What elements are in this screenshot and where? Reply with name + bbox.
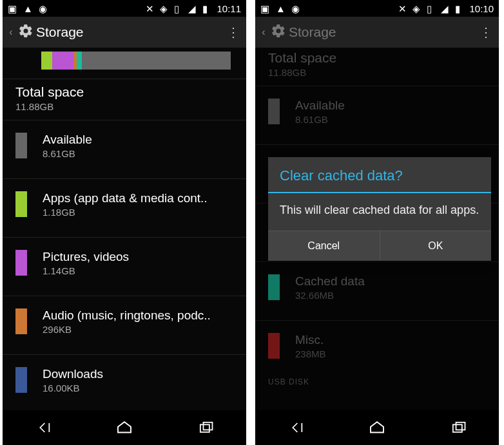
battery-icon: ▮ [455, 3, 465, 14]
status-bar: ▣ ▲ ◉ ✕ ◈ ▯ ◢ ▮ 10:11 [3, 0, 246, 17]
storage-row-apps[interactable]: Apps (app data & media cont..1.18GB [3, 179, 246, 229]
action-bar: ‹ Storage ⋮ [255, 17, 499, 48]
total-space-header: Total space 11.88GB [3, 84, 246, 112]
settings-icon [18, 23, 34, 41]
svg-rect-0 [200, 424, 209, 432]
nav-bar [255, 410, 499, 445]
row-title: Pictures, videos [43, 250, 129, 264]
action-bar: ‹ Storage ⋮ [3, 17, 246, 48]
nav-back-button[interactable] [3, 410, 84, 445]
color-swatch [15, 250, 27, 276]
wifi-icon: ◈ [412, 3, 423, 14]
vibrate-icon: ✕ [398, 3, 409, 14]
nav-home-button[interactable] [84, 410, 165, 445]
moto-icon: ◉ [291, 3, 302, 14]
storage-bar-segment [52, 52, 73, 70]
color-swatch [15, 308, 27, 334]
battery-icon: ▮ [202, 3, 213, 14]
clock: 10:11 [217, 3, 241, 14]
storage-row-available[interactable]: Available8.61GB [3, 120, 246, 171]
row-subtitle: 16.00KB [43, 383, 103, 393]
sim-icon: ▯ [174, 3, 184, 14]
ok-button[interactable]: OK [380, 231, 492, 261]
sim-icon: ▯ [427, 3, 437, 14]
clear-cache-dialog: Clear cached data? This will clear cache… [268, 157, 491, 261]
row-title: Apps (app data & media cont.. [43, 191, 208, 205]
color-swatch [15, 133, 27, 158]
nav-home-button[interactable] [336, 410, 418, 445]
row-title: Available [43, 133, 92, 147]
nav-recent-button[interactable] [165, 410, 246, 445]
storage-row-downloads[interactable]: Downloads16.00KB [3, 355, 246, 405]
warning-icon: ▲ [23, 3, 34, 14]
back-button[interactable]: ‹ [259, 17, 268, 48]
settings-icon [271, 23, 286, 41]
storage-bar-segment [82, 52, 231, 70]
row-title: Downloads [43, 367, 103, 381]
color-swatch [15, 367, 27, 393]
nav-bar [3, 410, 246, 445]
moto-icon: ◉ [39, 3, 49, 14]
vibrate-icon: ✕ [146, 3, 156, 14]
storage-row-pictures[interactable]: Pictures, videos1.14GB [3, 238, 246, 288]
page-title: Storage [36, 24, 224, 40]
storage-bar-segment [41, 52, 52, 70]
row-subtitle: 8.61GB [43, 148, 92, 159]
back-button[interactable]: ‹ [6, 17, 15, 48]
signal-icon: ◢ [188, 3, 199, 14]
picture-icon: ▣ [260, 3, 271, 14]
row-subtitle: 296KB [43, 324, 211, 335]
storage-usage-bar [41, 52, 231, 70]
picture-icon: ▣ [8, 3, 18, 14]
dialog-title: Clear cached data? [268, 157, 491, 192]
nav-recent-button[interactable] [418, 410, 499, 445]
dialog-body: This will clear cached data for all apps… [268, 193, 491, 231]
nav-back-button[interactable] [255, 410, 336, 445]
color-swatch [15, 191, 27, 217]
signal-icon: ◢ [441, 3, 451, 14]
total-space-value: 11.88GB [15, 101, 233, 112]
clock: 10:10 [469, 3, 494, 14]
row-title: Audio (music, ringtones, podc.. [43, 308, 211, 323]
overflow-menu-button[interactable]: ⋮ [224, 24, 242, 40]
svg-rect-2 [453, 424, 462, 432]
page-title: Storage [289, 24, 477, 40]
overflow-menu-button[interactable]: ⋮ [477, 24, 495, 40]
cancel-button[interactable]: Cancel [268, 231, 380, 261]
content: Total space 11.88GB Available8.61GBApps … [3, 48, 246, 410]
storage-row-audio[interactable]: Audio (music, ringtones, podc..296KB [3, 296, 246, 346]
phone-left: ▣ ▲ ◉ ✕ ◈ ▯ ◢ ▮ 10:11 ‹ Storage ⋮ Total … [3, 0, 246, 445]
total-space-label: Total space [15, 84, 233, 100]
storage-bar-segment [77, 52, 82, 70]
svg-rect-1 [204, 422, 213, 430]
phone-right: ▣ ▲ ◉ ✕ ◈ ▯ ◢ ▮ 10:10 ‹ Storage ⋮ Total … [255, 0, 499, 445]
warning-icon: ▲ [276, 3, 286, 14]
row-subtitle: 1.18GB [43, 207, 208, 218]
svg-rect-3 [456, 422, 465, 430]
row-subtitle: 1.14GB [43, 265, 129, 276]
wifi-icon: ◈ [160, 3, 170, 14]
status-bar: ▣ ▲ ◉ ✕ ◈ ▯ ◢ ▮ 10:10 [255, 0, 499, 17]
